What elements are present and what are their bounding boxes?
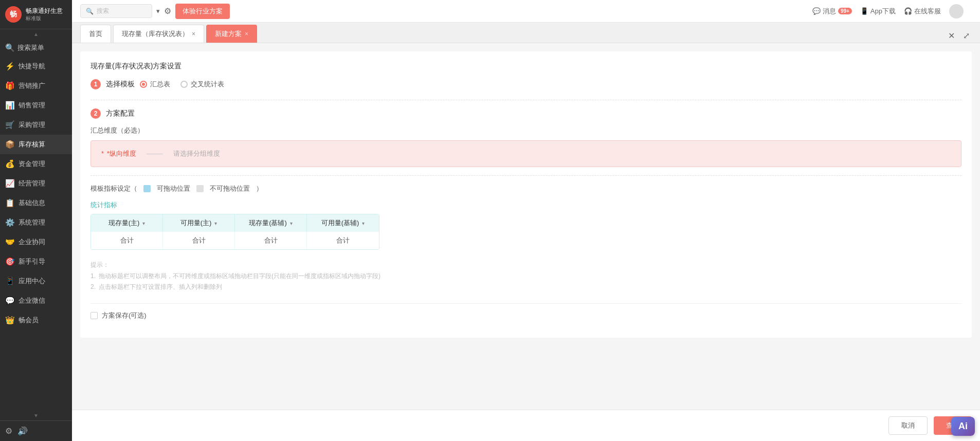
sidebar-item-enterprise-wechat[interactable]: 💬 企业微信 [0,291,72,310]
step1-section: 1 选择模板 汇总表 交叉统计表 [90,79,961,89]
sidebar-search-label: 搜索菜单 [17,43,44,52]
sidebar-item-sales[interactable]: 📊 销售管理 [0,96,72,115]
sidebar-item-label: 企业微信 [19,296,45,305]
dimension-area[interactable]: * *纵向维度 —— 请选择分组维度 [90,140,961,167]
search-icon: 🔍 [86,8,94,15]
section-divider-1 [90,100,961,100]
stats-section: 统计指标 现存量(主) ▾ 可用量(主) ▾ [90,200,961,251]
sidebar-item-system[interactable]: ⚙️ 系统管理 [0,213,72,232]
sidebar-item-quick-nav[interactable]: ⚡ 快捷导航 [0,57,72,76]
expand-panel-button[interactable]: ⤢ [961,29,972,43]
radio-summary-dot [140,81,147,88]
sidebar-item-new-guide[interactable]: 🎯 新手引导 [0,252,72,271]
indicator-setting-prefix: 模板指标设定（ [90,184,137,193]
tabbar: 首页 现存量（库存状况表） × 新建方案 × ✕ ⤢ [72,23,980,43]
tip-item-2: 2. 点击标题栏下拉可设置排序、插入列和删除列 [90,282,961,293]
sidebar-item-app-center[interactable]: 📱 应用中心 [0,271,72,291]
topbar-gear-icon[interactable]: ⚙ [164,6,171,16]
volume-icon[interactable]: 🔊 [17,426,28,436]
stats-col-2-body: 合计 [163,232,235,249]
stats-col-4-body: 合计 [307,232,379,249]
messages-button[interactable]: 💬 消息 99+ [812,7,852,16]
topbar-search-box[interactable]: 🔍 搜索 [80,4,152,18]
tab-new-scheme[interactable]: 新建方案 × [206,25,257,43]
app-logo-icon: 畅 [5,6,22,23]
col-4-dropdown-icon[interactable]: ▾ [362,220,365,226]
app-download-label: App下载 [870,7,896,16]
tab-inventory-close-icon[interactable]: × [192,30,195,38]
sidebar-item-purchase[interactable]: 🛒 采购管理 [0,115,72,135]
non-draggable-badge [196,185,204,192]
stats-col-2-header[interactable]: 可用量(主) ▾ [163,214,235,232]
col-3-dropdown-icon[interactable]: ▾ [290,220,293,226]
sidebar-item-label: 应用中心 [19,277,45,286]
tip-item-1: 1. 拖动标题栏可以调整布局，不可跨维度或指标区域拖动栏目字段(只能在同一维度或… [90,271,961,282]
scroll-up-arrow[interactable]: ▲ [33,31,39,37]
aggregate-label: 汇总维度（必选） [90,126,961,135]
tab-new-scheme-close-icon[interactable]: × [245,30,248,38]
indicator-setting-suffix: ） [256,184,263,193]
settings-icon[interactable]: ⚙ [5,426,12,436]
sidebar-item-finance[interactable]: 💰 资金管理 [0,154,72,174]
close-panel-button[interactable]: ✕ [946,29,957,43]
sidebar-item-inventory[interactable]: 📦 库存核算 [0,135,72,154]
dimension-dash: —— [147,149,163,158]
stats-col-4-header[interactable]: 可用量(基辅) ▾ [307,214,379,232]
col-1-dropdown-icon[interactable]: ▾ [142,220,145,226]
sidebar-logo: 畅 畅康通好生意 标准版 [0,0,72,29]
sidebar-item-enterprise[interactable]: 🤝 企业协同 [0,232,72,252]
app-download-icon: 📱 [860,7,868,15]
radio-cross[interactable]: 交叉统计表 [180,80,224,89]
sidebar-item-label: 库存核算 [19,140,45,149]
cancel-button[interactable]: 取消 [888,416,928,435]
stats-col-4-label: 可用量(基辅) [321,218,359,228]
message-icon: 💬 [812,7,821,15]
purchase-icon: 🛒 [5,120,14,130]
step1-title: 选择模板 [106,80,135,89]
sales-icon: 📊 [5,101,14,110]
stats-col-3-header[interactable]: 现存量(基辅) ▾ [235,214,307,232]
app-download-button[interactable]: 📱 App下载 [860,7,896,16]
app-center-icon: 📱 [5,277,14,286]
topbar-left: 🔍 搜索 ▾ ⚙ 体验行业方案 [80,4,806,19]
step2-header: 2 方案配置 [90,108,961,119]
non-draggable-label: 不可拖动位置 [210,184,250,193]
scroll-down-arrow[interactable]: ▼ [33,413,39,418]
scheme-settings-panel: 现存量(库存状况表)方案设置 1 选择模板 汇总表 交叉统计表 [80,51,972,338]
radio-cross-label: 交叉统计表 [191,80,224,89]
tip-1-num: 1. [90,271,96,282]
sidebar-item-search-menu[interactable]: 🔍 搜索菜单 [0,39,72,57]
tab-inventory-status[interactable]: 现存量（库存状况表） × [113,25,204,43]
sidebar-item-label: 新手引导 [19,257,45,266]
tips-section: 提示： 1. 拖动标题栏可以调整布局，不可跨维度或指标区域拖动栏目字段(只能在同… [90,260,961,293]
sidebar-item-label: 经营管理 [19,179,45,188]
tabbar-controls: ✕ ⤢ [946,29,972,43]
dropdown-chevron-icon: ▾ [156,7,160,15]
col-2-dropdown-icon[interactable]: ▾ [214,220,217,226]
online-service-label: 在线客服 [914,7,941,16]
ai-badge[interactable]: Ai [951,417,975,436]
tips-intro: 提示： [90,260,961,271]
app-name: 畅康通好生意 [26,7,63,15]
sidebar-item-label: 销售管理 [19,101,45,110]
user-avatar[interactable] [949,4,964,19]
industry-solution-button[interactable]: 体验行业方案 [175,4,230,19]
step2-title: 方案配置 [106,109,135,118]
online-service-button[interactable]: 🎧 在线客服 [904,7,941,16]
dimension-placeholder: 请选择分组维度 [173,149,220,158]
tab-home[interactable]: 首页 [80,25,111,43]
stats-table: 现存量(主) ▾ 可用量(主) ▾ 现存量(基辅) ▾ [90,214,379,250]
step1-header: 1 选择模板 汇总表 交叉统计表 [90,79,961,89]
sidebar-item-operations[interactable]: 📈 经营管理 [0,174,72,193]
scroll-up-area: ▲ [0,29,72,39]
required-star: * [101,150,104,157]
stats-col-3-body: 合计 [235,232,307,249]
save-scheme-checkbox[interactable] [90,312,98,319]
sidebar-item-marketing[interactable]: 🎁 营销推广 [0,76,72,96]
sidebar-item-vip[interactable]: 👑 畅会员 [0,310,72,330]
stats-col-1-header[interactable]: 现存量(主) ▾ [91,214,163,232]
app-name-block: 畅康通好生意 标准版 [26,7,63,23]
sidebar-item-basic-info[interactable]: 📋 基础信息 [0,193,72,213]
topbar-dropdown[interactable]: ▾ [156,7,160,15]
radio-summary[interactable]: 汇总表 [140,80,170,89]
